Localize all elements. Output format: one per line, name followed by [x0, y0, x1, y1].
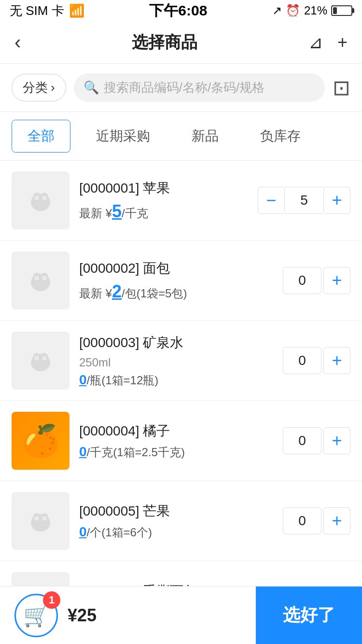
confirm-button[interactable]: 选好了	[256, 587, 362, 644]
qty-input-0000004[interactable]	[283, 427, 321, 454]
alarm-icon: ⏰	[286, 4, 300, 17]
filter-icon[interactable]: ⊿	[308, 32, 323, 53]
location-icon: ↗	[272, 4, 282, 17]
svg-point-13	[36, 277, 38, 279]
product-price-0000002: 最新 ¥2/包(1袋=5包)	[79, 281, 273, 302]
wifi-icon: 📶	[69, 3, 84, 18]
qty-control-0000003: +	[283, 347, 350, 374]
product-thumb-0000002	[12, 252, 70, 309]
product-name-0000001: [0000001] 苹果	[79, 179, 248, 197]
svg-point-14	[43, 277, 45, 279]
qty-plus-0000003[interactable]: +	[323, 347, 350, 374]
status-bar: 无 SIM 卡 📶 下午6:08 ↗ ⏰ 21%	[0, 0, 362, 21]
qty-plus-0000004[interactable]: +	[323, 427, 350, 454]
qty-control-0000002: +	[283, 267, 350, 294]
product-item-0000005: [0000005] 芒果 0/个(1箱=6个) +	[0, 481, 362, 560]
status-left: 无 SIM 卡 📶	[10, 2, 84, 19]
category-button[interactable]: 分类 ›	[12, 74, 66, 101]
cart-total: ¥25	[68, 605, 97, 626]
status-right: ↗ ⏰ 21%	[272, 4, 352, 17]
product-info-0000004: [0000004] 橘子 0/千克(1箱=2.5千克)	[79, 422, 273, 460]
tab-negative[interactable]: 负库存	[244, 120, 317, 153]
product-name-0000004: [0000004] 橘子	[79, 422, 273, 440]
carrier-label: 无 SIM 卡	[10, 2, 64, 19]
product-price-0000003: 0/瓶(1箱=12瓶)	[79, 372, 273, 388]
product-info-0000003: [0000003] 矿泉水 250ml 0/瓶(1箱=12瓶)	[79, 334, 273, 388]
product-name-0000005: [0000005] 芒果	[79, 502, 273, 520]
status-time: 下午6:08	[149, 1, 207, 21]
svg-point-30	[43, 518, 45, 519]
search-icon: 🔍	[84, 80, 99, 95]
nav-actions: ⊿ +	[308, 32, 348, 53]
nav-bar: ‹ 选择商品 ⊿ +	[0, 21, 362, 64]
qty-input-0000005[interactable]	[283, 507, 321, 534]
product-item-0000001: [0000001] 苹果 最新 ¥5/千克 − +	[0, 161, 362, 240]
qty-minus-0000001[interactable]: −	[258, 187, 285, 214]
product-item-0000004: 🍊 [0000004] 橘子 0/千克(1箱=2.5千克) +	[0, 401, 362, 480]
product-name-0000002: [0000002] 面包	[79, 259, 273, 278]
product-info-0000002: [0000002] 面包 最新 ¥2/包(1袋=5包)	[79, 259, 273, 302]
tab-recent[interactable]: 近期采购	[80, 120, 166, 153]
svg-point-29	[36, 518, 38, 519]
svg-point-21	[36, 357, 38, 359]
qty-input-0000003[interactable]	[283, 347, 321, 374]
add-button[interactable]: +	[337, 32, 348, 53]
product-item-0000003: [0000003] 矿泉水 250ml 0/瓶(1箱=12瓶) +	[0, 321, 362, 400]
tab-all[interactable]: 全部	[12, 120, 70, 153]
product-thumb-0000003	[12, 332, 70, 390]
qty-plus-0000001[interactable]: +	[323, 187, 350, 214]
bottom-bar: 🛒 1 ¥25 选好了	[0, 586, 362, 644]
product-name-0000003: [0000003] 矿泉水	[79, 334, 273, 352]
product-info-0000001: [0000001] 苹果 最新 ¥5/千克	[79, 179, 248, 222]
product-spec-0000003: 250ml	[79, 356, 273, 369]
category-chevron: ›	[51, 80, 55, 95]
qty-control-0000005: +	[283, 507, 350, 534]
qty-input-0000001[interactable]	[285, 187, 323, 214]
product-thumb-0000001	[12, 171, 70, 229]
qty-input-0000002[interactable]	[283, 267, 321, 294]
qty-control-0000001: − +	[258, 187, 350, 214]
product-thumb-0000004: 🍊	[12, 412, 70, 470]
tab-new[interactable]: 新品	[176, 120, 235, 153]
product-info-0000005: [0000005] 芒果 0/个(1箱=6个)	[79, 502, 273, 540]
qty-plus-0000005[interactable]: +	[323, 507, 350, 534]
battery-percent: 21%	[304, 4, 327, 17]
scan-button[interactable]: ⊡	[333, 75, 350, 100]
product-price-0000004: 0/千克(1箱=2.5千克)	[79, 444, 273, 460]
page-title: 选择商品	[132, 31, 197, 54]
svg-point-5	[36, 197, 38, 199]
category-label: 分类	[23, 79, 48, 96]
product-item-0000002: [0000002] 面包 最新 ¥2/包(1袋=5包) +	[0, 241, 362, 320]
filter-bar: 分类 › 🔍 搜索商品编码/名称/条码/规格 ⊡	[0, 64, 362, 112]
battery-icon	[331, 5, 352, 16]
search-box[interactable]: 🔍 搜索商品编码/名称/条码/规格	[74, 73, 325, 102]
qty-control-0000004: +	[283, 427, 350, 454]
product-thumb-0000005	[12, 492, 70, 550]
product-list: [0000001] 苹果 最新 ¥5/千克 − +	[0, 161, 362, 644]
back-button[interactable]: ‹	[14, 31, 21, 53]
product-price-0000005: 0/个(1箱=6个)	[79, 524, 273, 540]
cart-badge: 1	[43, 591, 60, 609]
product-price-0000001: 最新 ¥5/千克	[79, 201, 248, 222]
qty-plus-0000002[interactable]: +	[323, 267, 350, 294]
svg-point-6	[43, 197, 45, 199]
cart-button[interactable]: 🛒 1	[14, 594, 58, 637]
search-placeholder: 搜索商品编码/名称/条码/规格	[104, 79, 265, 96]
cart-area: 🛒 1 ¥25	[0, 594, 256, 637]
tab-bar: 全部 近期采购 新品 负库存	[0, 112, 362, 161]
svg-point-22	[43, 357, 45, 359]
